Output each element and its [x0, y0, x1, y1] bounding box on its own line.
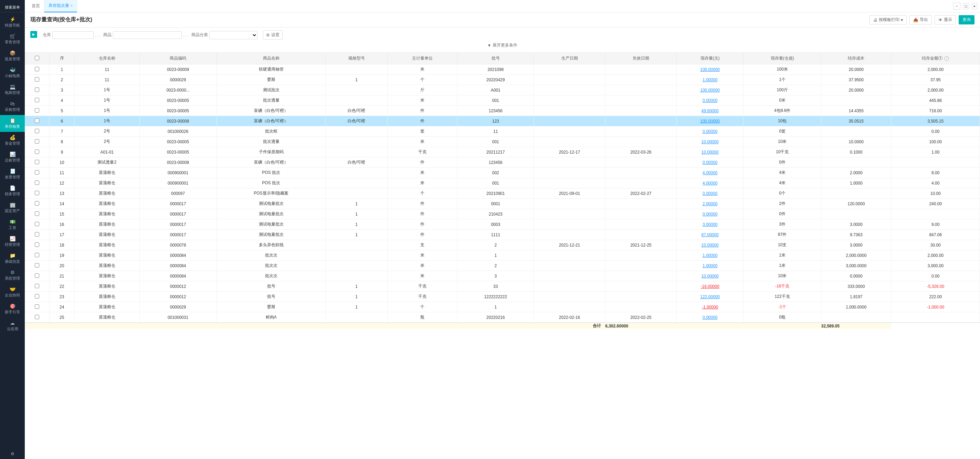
row-current-qty-main[interactable]: 3.00000	[676, 219, 743, 230]
col-checkbox[interactable]	[25, 53, 49, 64]
total-cost-info-icon[interactable]: i	[944, 56, 949, 61]
row-current-qty-main[interactable]: -1.00000	[676, 302, 743, 312]
sidebar-item-quick-nav[interactable]: ⚡ 快捷导航	[0, 14, 25, 31]
row-current-qty-main[interactable]: 1.00000	[676, 75, 743, 85]
expand-arrow-btn[interactable]: ▶	[30, 31, 37, 38]
expand-more-btn[interactable]: ▼ 展开更多条件	[30, 41, 975, 49]
select-all-checkbox[interactable]	[35, 56, 39, 60]
row-checkbox[interactable]	[25, 106, 49, 116]
row-goods-code: 0023-00008	[139, 157, 216, 168]
table-container[interactable]: 序 仓库名称 商品编码 商品名称 规格型号 主计量单位 批号 生产日期 失效日期…	[25, 53, 980, 459]
row-spec: 1	[326, 75, 387, 85]
sidebar-item-wholesale-mgmt[interactable]: 📦 批发管理	[0, 48, 25, 64]
row-checkbox[interactable]	[25, 157, 49, 168]
warehouse-input[interactable]	[52, 31, 94, 39]
row-checkbox[interactable]	[25, 75, 49, 85]
sidebar-item-sys-mgmt[interactable]: ⚙ 系统管理	[0, 267, 25, 284]
print-btn[interactable]: 🖨 按模板打印 ▾	[870, 15, 907, 24]
row-checkbox[interactable]	[25, 147, 49, 157]
row-current-qty-main[interactable]: 100.00000	[676, 64, 743, 75]
row-checkbox[interactable]	[25, 96, 49, 106]
row-current-qty-main[interactable]: 87.00000	[676, 230, 743, 240]
row-checkbox[interactable]	[25, 281, 49, 292]
row-checkbox[interactable]	[25, 168, 49, 178]
sidebar-item-fixed-assets[interactable]: 🏢 固定资产	[0, 199, 25, 216]
row-checkbox[interactable]	[25, 312, 49, 323]
row-current-qty-main[interactable]: 10.00000	[676, 240, 743, 250]
quick-nav-icon: ⚡	[10, 16, 16, 22]
row-checkbox[interactable]	[25, 199, 49, 209]
row-checkbox[interactable]	[25, 219, 49, 230]
sidebar-item-inventory-check[interactable]: 📋 库存核查	[0, 115, 25, 132]
sidebar-item-asset-mgmt[interactable]: 💰 资金管理	[0, 132, 25, 149]
row-current-qty-main[interactable]: 1.00000	[676, 261, 743, 271]
row-checkbox[interactable]	[25, 178, 49, 188]
row-checkbox[interactable]	[25, 188, 49, 199]
sidebar-item-ops-mgmt[interactable]: 📈 经营管理	[0, 233, 25, 250]
sidebar-item-small-ecom[interactable]: 🐳 小鲸电商	[0, 64, 25, 81]
row-current-qty-main[interactable]: 0.00000	[676, 188, 743, 199]
row-current-qty-main[interactable]: 10.00000	[676, 147, 743, 157]
row-current-qty-main[interactable]: 100.00000	[676, 116, 743, 126]
sidebar-settings[interactable]: ⚙	[0, 449, 25, 459]
row-checkbox[interactable]	[25, 261, 49, 271]
query-btn[interactable]: 查询	[959, 15, 975, 24]
export-icon: 📤	[913, 18, 918, 22]
row-current-qty-main[interactable]: 49.60000	[676, 106, 743, 116]
sidebar-item-basic-info[interactable]: 📁 基础信息	[0, 250, 25, 267]
sidebar-item-invoice-mgmt[interactable]: 🧾 发票管理	[0, 166, 25, 183]
display-btn[interactable]: 👁 显示	[935, 15, 956, 24]
settings-sidebar-btn[interactable]: ⚙ 设置	[263, 30, 283, 40]
row-checkbox[interactable]	[25, 209, 49, 219]
sidebar-item-cloud-apps[interactable]: ☁ 云应用	[0, 317, 25, 334]
row-current-qty-main[interactable]: 0.00000	[676, 312, 743, 323]
sidebar-item-tax-mgmt[interactable]: 📄 税务管理	[0, 183, 25, 199]
row-current-qty-main[interactable]: 4.00000	[676, 178, 743, 188]
filter-area: ▶ 仓库 ... 商品 ... 商品分类 ⚙ 设置	[25, 27, 980, 53]
row-current-qty-main[interactable]: 0.00000	[676, 96, 743, 106]
row-checkbox[interactable]	[25, 230, 49, 240]
sidebar-item-report-mgmt[interactable]: 📊 总账管理	[0, 149, 25, 166]
row-checkbox[interactable]	[25, 64, 49, 75]
row-checkbox[interactable]	[25, 116, 49, 126]
row-current-qty-main[interactable]: 0.00000	[676, 157, 743, 168]
row-checkbox[interactable]	[25, 137, 49, 147]
row-current-qty-main[interactable]: 122.00000	[676, 292, 743, 302]
tabs-maximize-btn[interactable]: □	[963, 3, 969, 9]
row-current-qty-main[interactable]: 0.00000	[676, 209, 743, 219]
row-checkbox[interactable]	[25, 250, 49, 261]
row-seq: 13	[49, 188, 74, 199]
tab-inventory-batches[interactable]: 库存批次量 ×	[45, 0, 77, 13]
sidebar-item-payroll[interactable]: 💵 工资	[0, 216, 25, 233]
row-current-qty-main[interactable]: 0.00000	[676, 126, 743, 137]
tabs-close-btn[interactable]: ×	[972, 3, 977, 9]
row-current-qty-main[interactable]: 4.00000	[676, 168, 743, 178]
sidebar-logo[interactable]: 搜索菜单	[0, 3, 25, 13]
sidebar-item-enterprise-collab[interactable]: 🤝 企业协同	[0, 284, 25, 301]
sidebar-item-ecom-mgmt[interactable]: 💻 电商管理	[0, 81, 25, 98]
tabs-minimize-btn[interactable]: －	[953, 2, 960, 10]
sidebar-item-purchase-mgmt[interactable]: 🛍 采购管理	[0, 98, 25, 115]
row-current-qty-store: 100米	[743, 64, 821, 75]
category-select[interactable]	[209, 31, 258, 39]
row-current-qty-main[interactable]: 10.00000	[676, 137, 743, 147]
row-checkbox[interactable]	[25, 240, 49, 250]
sidebar-item-new-guide[interactable]: 🎯 新手引导	[0, 301, 25, 317]
expand-icon: ▼	[487, 43, 492, 48]
row-current-qty-main[interactable]: 10.00000	[676, 271, 743, 281]
goods-label: 商品	[103, 32, 111, 38]
row-checkbox[interactable]	[25, 85, 49, 96]
goods-input[interactable]	[113, 31, 182, 39]
row-current-qty-main[interactable]: 100.00000	[676, 85, 743, 96]
tab-close-icon[interactable]: ×	[70, 4, 73, 8]
row-checkbox[interactable]	[25, 302, 49, 312]
tab-home[interactable]: 首页	[27, 0, 45, 13]
sidebar-item-sales-mgmt[interactable]: 🛒 零售管理	[0, 31, 25, 48]
row-checkbox[interactable]	[25, 126, 49, 137]
export-btn[interactable]: 📤 导出	[910, 15, 932, 24]
row-current-qty-main[interactable]: 1.00000	[676, 250, 743, 261]
row-current-qty-main[interactable]: -16.00000	[676, 281, 743, 292]
row-checkbox[interactable]	[25, 292, 49, 302]
row-current-qty-main[interactable]: 2.00000	[676, 199, 743, 209]
row-checkbox[interactable]	[25, 271, 49, 281]
